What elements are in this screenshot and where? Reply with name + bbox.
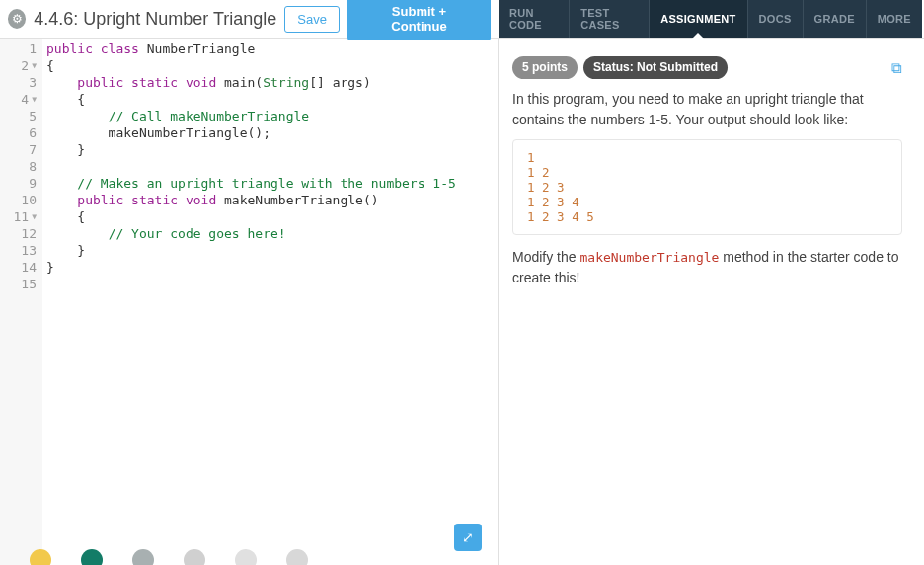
header-left: ⚙ 4.4.6: Upright Number Triangle Save Su… [0, 0, 499, 40]
tab-more[interactable]: MORE [867, 0, 922, 38]
method-name-code: makeNumberTriangle [579, 250, 719, 265]
bottom-status-circles [30, 549, 308, 565]
gutter-line: 15 [0, 276, 37, 292]
tab-test-cases[interactable]: TEST CASES [570, 0, 650, 38]
save-button[interactable]: Save [284, 6, 340, 33]
gutter-line: 1 [0, 40, 37, 57]
gutter-line: 5 [0, 108, 37, 124]
editor-code[interactable]: public class NumberTriangle{ public stat… [42, 39, 498, 565]
editor-gutter: 12▼34▼567891011▼12131415 [0, 39, 42, 565]
fold-icon[interactable]: ▼ [32, 91, 37, 108]
gutter-line: 12 [0, 225, 37, 242]
code-line[interactable]: makeNumberTriangle(); [46, 124, 498, 141]
gutter-line: 8 [0, 158, 37, 175]
gutter-line: 11▼ [0, 208, 37, 225]
code-line[interactable]: // Makes an upright triangle with the nu… [46, 175, 498, 192]
assignment-header: 5 points Status: Not Submitted ⧉ [512, 56, 902, 79]
status-circle[interactable] [132, 549, 154, 565]
gutter-line: 14 [0, 259, 37, 276]
gutter-line: 10 [0, 192, 37, 208]
submit-continue-button[interactable]: Submit + Continue [347, 0, 491, 40]
code-line[interactable]: public class NumberTriangle [46, 40, 498, 57]
gutter-line: 4▼ [0, 91, 37, 108]
gutter-line: 3 [0, 74, 37, 91]
tab-docs[interactable]: DOCS [748, 0, 804, 38]
code-editor[interactable]: 12▼34▼567891011▼12131415 public class Nu… [0, 39, 499, 565]
tab-run-code[interactable]: RUN CODE [499, 0, 570, 38]
status-circle[interactable] [235, 549, 257, 565]
sample-output: 1 1 2 1 2 3 1 2 3 4 1 2 3 4 5 [512, 139, 902, 235]
gear-icon[interactable]: ⚙ [8, 9, 26, 29]
gutter-line: 7 [0, 141, 37, 158]
instruction-pre: Modify the [512, 249, 579, 265]
code-line[interactable] [46, 276, 498, 292]
code-line[interactable]: public static void main(String[] args) [46, 74, 498, 91]
status-circle[interactable] [286, 549, 308, 565]
status-circle[interactable] [184, 549, 205, 565]
code-line[interactable]: // Your code goes here! [46, 225, 498, 242]
fold-icon[interactable]: ▼ [32, 208, 37, 225]
fullscreen-button[interactable]: ⤢ [454, 524, 482, 551]
main-content: 12▼34▼567891011▼12131415 public class Nu… [0, 39, 924, 565]
code-line[interactable]: } [46, 259, 498, 276]
code-line[interactable]: } [46, 141, 498, 158]
fold-icon[interactable]: ▼ [32, 57, 37, 74]
gutter-line: 9 [0, 175, 37, 192]
status-circle[interactable] [81, 549, 103, 565]
status-circle[interactable] [30, 549, 51, 565]
code-line[interactable]: { [46, 91, 498, 108]
tab-assignment[interactable]: ASSIGNMENT [650, 0, 747, 38]
assignment-panel: 5 points Status: Not Submitted ⧉ In this… [499, 39, 924, 565]
code-line[interactable]: // Call makeNumberTriangle [46, 108, 498, 124]
gutter-line: 2▼ [0, 57, 37, 74]
assignment-description: In this program, you need to make an upr… [512, 89, 902, 129]
code-line[interactable]: } [46, 242, 498, 259]
code-line[interactable]: { [46, 57, 498, 74]
tab-grade[interactable]: GRADE [804, 0, 867, 38]
app-header: ⚙ 4.4.6: Upright Number Triangle Save Su… [0, 0, 924, 39]
gutter-line: 13 [0, 242, 37, 259]
assignment-instruction: Modify the makeNumberTriangle method in … [512, 247, 902, 287]
header-tabs: RUN CODETEST CASESASSIGNMENTDOCSGRADEMOR… [499, 0, 922, 38]
points-badge: 5 points [512, 56, 578, 79]
code-line[interactable]: { [46, 208, 498, 225]
popout-icon[interactable]: ⧉ [891, 57, 902, 79]
page-title: 4.4.6: Upright Number Triangle [34, 9, 276, 30]
code-line[interactable]: public static void makeNumberTriangle() [46, 192, 498, 208]
gutter-line: 6 [0, 124, 37, 141]
code-line[interactable] [46, 158, 498, 175]
status-badge: Status: Not Submitted [583, 56, 728, 79]
